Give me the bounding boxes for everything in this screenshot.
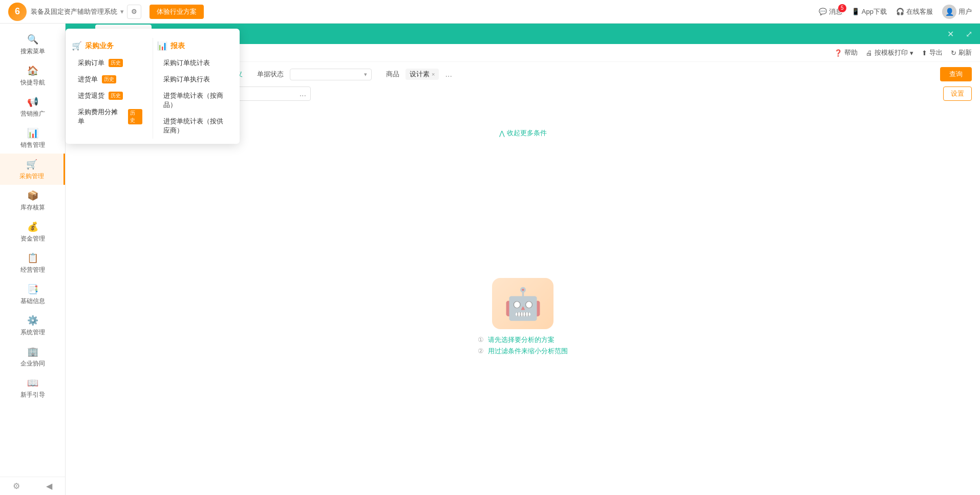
refresh-label: 刷新 <box>958 48 972 57</box>
report-col-title: 📊 报表 <box>157 38 234 55</box>
phone-icon: 📱 <box>851 8 860 15</box>
collapse-icon: ⋀ <box>499 130 505 137</box>
search-icon: 🔍 <box>27 34 38 45</box>
sidebar-item-base-info[interactable]: 📑 基础信息 <box>0 278 65 310</box>
report-col-title-text: 报表 <box>171 41 185 51</box>
sidebar-label-marketing: 营销推广 <box>20 110 45 118</box>
receipt-stats-supplier-item[interactable]: 进货单统计表（按供应商） <box>157 113 234 139</box>
expense-alloc-label: 采购费用分摊单 <box>78 107 124 126</box>
inventory-icon: 📦 <box>27 190 38 201</box>
goods-tag-close[interactable]: × <box>432 71 435 77</box>
help-btn[interactable]: ❓ 帮助 <box>834 48 858 57</box>
receipt-stats-goods-item[interactable]: 进货单统计表（按商品） <box>157 88 234 113</box>
sidebar-item-inventory[interactable]: 📦 库存核算 <box>0 185 65 216</box>
tab-maximize-btn[interactable]: ⤢ <box>962 27 976 41</box>
tip1-bullet: ① <box>478 336 484 343</box>
purchase-order-exec-label: 采购订单执行表 <box>163 75 210 84</box>
help-label: 帮助 <box>844 48 858 57</box>
print-icon: 🖨 <box>866 49 872 57</box>
headset-icon: 🎧 <box>896 8 904 15</box>
query-btn[interactable]: 查询 <box>940 67 972 81</box>
sidebar-item-guide[interactable]: 📖 新手引导 <box>0 372 65 403</box>
doc-status-label: 单据状态 <box>257 70 284 79</box>
online-service-label: 在线客服 <box>906 7 933 16</box>
filter-word: 过滤 <box>495 347 508 355</box>
expense-alloc-item[interactable]: 采购费用分摊单 历史 <box>72 104 148 130</box>
purchase-icon: 🛒 <box>26 159 37 170</box>
app-logo: 6 <box>8 3 27 21</box>
purchase-order-item[interactable]: 采购订单 历史 <box>72 55 148 71</box>
sidebar-bottom: ⚙ ◀ <box>0 477 65 495</box>
app-download-btn[interactable]: 📱 App下载 <box>851 7 887 16</box>
doc-status-arrow: ▾ <box>364 71 367 78</box>
user-avatar: 👤 <box>942 5 956 19</box>
purchase-order-exec-item[interactable]: 采购订单执行表 <box>157 71 234 88</box>
empty-tip1: ① 请先选择要分析的方案 <box>478 335 568 345</box>
enterprise-icon: 🏢 <box>27 346 38 357</box>
system-gear-btn[interactable]: ⚙ <box>127 5 141 19</box>
return-goods-item[interactable]: 进货退货 历史 <box>72 88 148 104</box>
purchase-col-title: 🛒 采购业务 <box>72 38 148 55</box>
empty-state: 🤖 ① 请先选择要分析的方案 ② 用过滤条件来缩小分析范围 <box>66 141 980 495</box>
system-icon: ⚙️ <box>27 315 38 326</box>
sidebar-label-search: 搜索菜单 <box>20 47 45 56</box>
sidebar-label-finance: 资金管理 <box>20 234 45 243</box>
sidebar: 🔍 搜索菜单 🏠 快捷导航 📢 营销推广 📊 销售管理 🛒 采购管理 📦 <box>0 24 66 495</box>
system-name: 装备及固定资产辅助管理系统 <box>31 7 117 16</box>
return-goods-label: 进货退货 <box>78 91 104 100</box>
receipt-item[interactable]: 进货单 历史 <box>72 71 148 88</box>
industry-btn[interactable]: 体验行业方案 <box>150 5 204 19</box>
system-info: 装备及固定资产辅助管理系统 ▾ ⚙ 体验行业方案 <box>31 5 819 19</box>
report-col: 📊 报表 采购订单统计表 采购订单执行表 进货单统计表（按商品） 进货单统计表（… <box>157 38 234 139</box>
sidebar-collapse-btn[interactable]: ◀ <box>46 481 52 491</box>
return-history: 历史 <box>109 92 123 100</box>
receipt-stats-supplier-label: 进货单统计表（按供应商） <box>163 117 228 135</box>
refresh-btn[interactable]: ↻ 刷新 <box>951 48 972 57</box>
export-btn[interactable]: ⬆ 导出 <box>922 48 943 57</box>
sidebar-item-operations[interactable]: 📋 经营管理 <box>0 247 65 278</box>
purchase-order-history: 历史 <box>109 59 123 67</box>
online-service-btn[interactable]: 🎧 在线客服 <box>896 7 933 16</box>
purchase-order-label: 采购订单 <box>78 58 104 68</box>
template-print-btn[interactable]: 🖨 按模板打印 ▾ <box>866 48 913 57</box>
sidebar-item-quick-nav[interactable]: 🏠 快捷导航 <box>0 60 65 91</box>
sidebar-label-base-info: 基础信息 <box>20 297 45 306</box>
sidebar-item-search[interactable]: 🔍 搜索菜单 <box>0 29 65 60</box>
refresh-icon: ↻ <box>951 49 956 57</box>
goods-dots[interactable]: ... <box>445 70 452 79</box>
message-icon: 💬 <box>819 8 827 15</box>
sidebar-label-sales: 销售管理 <box>20 141 45 149</box>
receipt-label: 进货单 <box>78 75 98 84</box>
tab-close-all-btn[interactable]: ✕ <box>943 27 957 41</box>
expense-history: 历史 <box>128 109 142 124</box>
collapse-label: 收起更多条件 <box>507 128 547 138</box>
top-bar-right: 💬 消息 5 📱 App下载 🎧 在线客服 👤 用户 <box>819 5 972 19</box>
user-btn[interactable]: 👤 用户 <box>942 5 972 19</box>
sidebar-item-system[interactable]: ⚙️ 系统管理 <box>0 310 65 341</box>
salesperson-dots[interactable]: ... <box>300 89 306 98</box>
user-label: 用户 <box>958 7 972 16</box>
system-dropdown-arrow[interactable]: ▾ <box>120 8 124 15</box>
settings-btn[interactable]: 设置 <box>943 87 972 101</box>
sidebar-label-enterprise: 企业协同 <box>20 359 45 368</box>
purchase-order-stats-item[interactable]: 采购订单统计表 <box>157 55 234 71</box>
sidebar-item-finance[interactable]: 💰 资金管理 <box>0 216 65 247</box>
messages-btn[interactable]: 💬 消息 5 <box>819 7 842 16</box>
sidebar-item-sales[interactable]: 📊 销售管理 <box>0 122 65 154</box>
goods-tag-text: 设计素 <box>410 70 430 79</box>
sales-icon: 📊 <box>27 127 38 139</box>
dropdown-divider <box>153 38 153 139</box>
salesperson-select[interactable]: ... <box>229 87 311 101</box>
sidebar-item-purchase[interactable]: 🛒 采购管理 <box>0 154 65 185</box>
finance-icon: 💰 <box>27 221 38 232</box>
empty-tip1-text: 请先选择要分析的方案 <box>488 336 555 343</box>
sidebar-label-guide: 新手引导 <box>20 391 45 399</box>
marketing-icon: 📢 <box>27 96 38 107</box>
base-info-icon: 📑 <box>27 284 38 295</box>
purchase-order-stats-label: 采购订单统计表 <box>163 58 210 68</box>
template-print-label: 按模板打印 <box>875 48 908 57</box>
sidebar-item-marketing[interactable]: 📢 营销推广 <box>0 91 65 122</box>
sidebar-item-enterprise[interactable]: 🏢 企业协同 <box>0 341 65 372</box>
doc-status-select[interactable]: ▾ <box>290 69 372 80</box>
sidebar-settings-btn[interactable]: ⚙ <box>13 481 20 491</box>
